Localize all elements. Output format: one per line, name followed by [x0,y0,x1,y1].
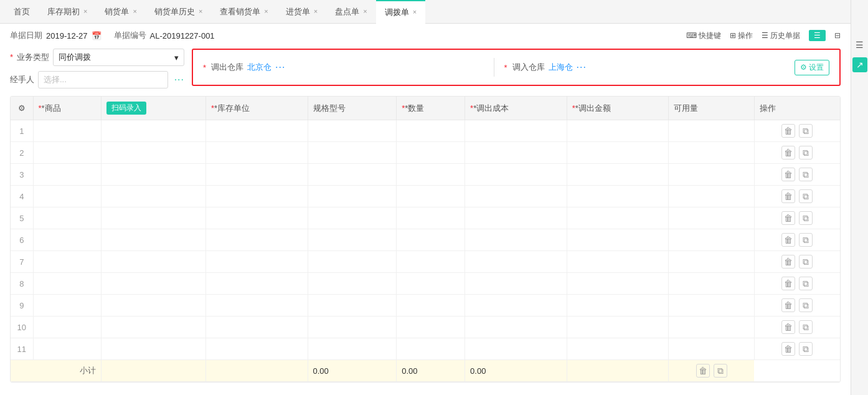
tab-close-transfer-order[interactable]: × [413,9,417,16]
row-cost-11[interactable] [465,338,567,360]
row-qty-8[interactable] [397,273,465,295]
subtotal-delete-button[interactable]: 🗑 [696,364,710,378]
row-amount-8[interactable] [567,273,669,295]
handler-more-icon[interactable]: ··· [174,75,184,85]
business-type-select[interactable]: 同价调拨 ▾ [53,49,184,66]
tab-transfer-order[interactable]: 调拨单 × [376,0,425,24]
row-qty-7[interactable] [397,251,465,273]
row-unit-7[interactable] [205,251,308,273]
row-qty-5[interactable] [397,207,465,229]
row-product-3[interactable] [33,164,101,186]
row-amount-10[interactable] [567,316,669,338]
row-cost-2[interactable] [465,142,567,164]
row-amount-9[interactable] [567,295,669,316]
tab-close-sales-history[interactable]: × [199,8,202,15]
tab-sales-order[interactable]: 销货单 × [96,0,145,24]
operation-button[interactable]: ⊞ 操作 [730,31,753,41]
row-qty-9[interactable] [397,295,465,316]
row-product-10[interactable] [33,316,101,338]
setting-button[interactable]: ⚙ 设置 [795,60,829,75]
warehouse-in-more-icon[interactable]: ··· [577,62,587,73]
row-amount-11[interactable] [567,338,669,360]
row-spec-3[interactable] [308,164,397,186]
row-product-8[interactable] [33,273,101,295]
row-spec-7[interactable] [308,251,397,273]
row-spec-11[interactable] [308,338,397,360]
row-qty-6[interactable] [397,229,465,251]
row-product-7[interactable] [33,251,101,273]
warehouse-out-value[interactable]: 北京仓 [247,62,271,73]
row-product-6[interactable] [33,229,101,251]
delete-row-2-button[interactable]: 🗑 [781,146,795,159]
sidebar-expand-icon[interactable]: ↗ [852,57,867,72]
th-settings[interactable]: ⚙ [11,97,33,120]
row-unit-1[interactable] [205,120,308,142]
row-unit-4[interactable] [205,186,308,207]
delete-row-5-button[interactable]: 🗑 [781,211,795,225]
row-spec-10[interactable] [308,316,397,338]
row-amount-2[interactable] [567,142,669,164]
copy-row-2-button[interactable]: ⧉ [799,146,813,159]
row-cost-3[interactable] [465,164,567,186]
handler-select[interactable]: 选择... [38,71,168,88]
row-amount-3[interactable] [567,164,669,186]
tab-inventory-check[interactable]: 盘点单 × [326,0,375,24]
layout-button-2[interactable]: ⊟ [834,31,841,40]
row-qty-2[interactable] [397,142,465,164]
row-product-11[interactable] [33,338,101,360]
row-unit-8[interactable] [205,273,308,295]
delete-row-8-button[interactable]: 🗑 [781,277,795,290]
row-amount-6[interactable] [567,229,669,251]
row-qty-4[interactable] [397,186,465,207]
row-unit-5[interactable] [205,207,308,229]
row-spec-1[interactable] [308,120,397,142]
row-unit-3[interactable] [205,164,308,186]
row-product-1[interactable] [33,120,101,142]
delete-row-7-button[interactable]: 🗑 [781,255,795,269]
row-unit-11[interactable] [205,338,308,360]
delete-row-10-button[interactable]: 🗑 [781,320,795,334]
tab-home[interactable]: 首页 [5,0,39,24]
row-qty-10[interactable] [397,316,465,338]
sidebar-list-icon[interactable]: ☰ [852,37,867,52]
copy-row-10-button[interactable]: ⧉ [799,320,813,334]
calendar-icon[interactable]: 📅 [92,31,101,40]
tab-inventory-init[interactable]: 库存期初 × [39,0,96,24]
row-spec-6[interactable] [308,229,397,251]
row-spec-5[interactable] [308,207,397,229]
delete-row-3-button[interactable]: 🗑 [781,168,795,181]
row-cost-9[interactable] [465,295,567,316]
row-unit-10[interactable] [205,316,308,338]
copy-row-4-button[interactable]: ⧉ [799,189,813,203]
delete-row-4-button[interactable]: 🗑 [781,189,795,203]
tab-view-sales[interactable]: 查看销货单 × [211,0,276,24]
delete-row-11-button[interactable]: 🗑 [781,342,795,356]
row-spec-9[interactable] [308,295,397,316]
row-cost-7[interactable] [465,251,567,273]
copy-row-6-button[interactable]: ⧉ [799,233,813,247]
copy-row-1-button[interactable]: ⧉ [799,124,813,138]
delete-row-9-button[interactable]: 🗑 [781,298,795,312]
row-cost-10[interactable] [465,316,567,338]
delete-row-1-button[interactable]: 🗑 [781,124,795,138]
row-product-2[interactable] [33,142,101,164]
warehouse-out-more-icon[interactable]: ··· [275,62,285,73]
row-cost-6[interactable] [465,229,567,251]
row-unit-9[interactable] [205,295,308,316]
history-button[interactable]: ☰ 历史单据 [762,31,800,41]
tab-sales-history[interactable]: 销货单历史 × [146,0,211,24]
row-unit-6[interactable] [205,229,308,251]
row-cost-4[interactable] [465,186,567,207]
tab-close-view-sales[interactable]: × [264,8,268,15]
row-qty-11[interactable] [397,338,465,360]
tab-purchase-order[interactable]: 进货单 × [277,0,326,24]
copy-row-3-button[interactable]: ⧉ [799,168,813,181]
warehouse-in-value[interactable]: 上海仓 [549,62,573,73]
row-amount-4[interactable] [567,186,669,207]
copy-row-11-button[interactable]: ⧉ [799,342,813,356]
copy-row-9-button[interactable]: ⧉ [799,298,813,312]
subtotal-copy-button[interactable]: ⧉ [714,364,727,378]
row-amount-1[interactable] [567,120,669,142]
layout-button-1[interactable]: ☰ [809,30,826,41]
row-unit-2[interactable] [205,142,308,164]
